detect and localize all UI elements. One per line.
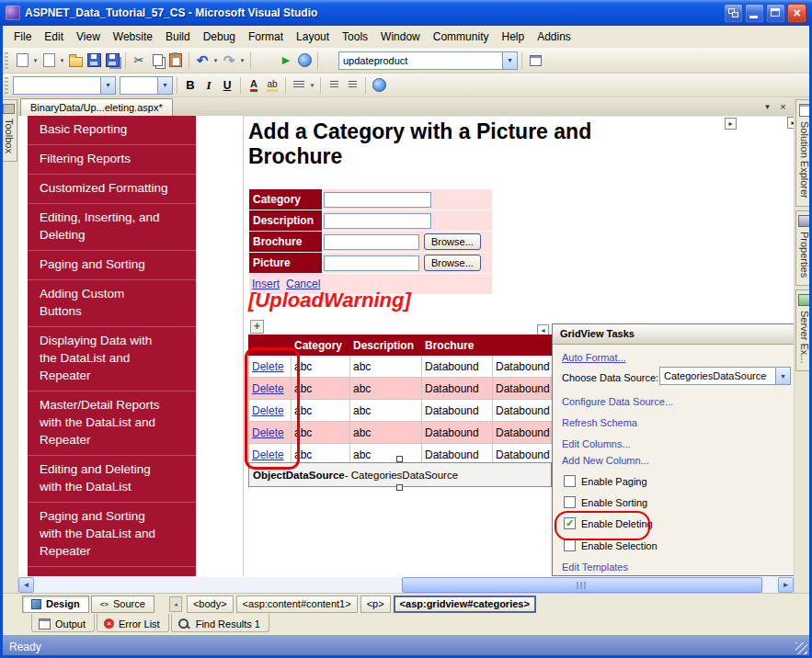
nav-item-adding-custom-buttons[interactable]: Adding Custom Buttons [28, 280, 196, 327]
design-surface[interactable]: Basic Reporting Filtering Reports Custom… [18, 116, 794, 576]
save-button[interactable] [85, 51, 103, 70]
tag-scroll-left-icon[interactable]: ◂ [169, 596, 182, 612]
objectdatasource-control[interactable]: ObjectDataSource - CategoriesDataSource [248, 462, 552, 487]
delete-link[interactable]: Delete [252, 360, 284, 373]
nav-item-basic-reporting[interactable]: Basic Reporting [28, 116, 196, 145]
delete-link[interactable]: Delete [252, 404, 284, 417]
toolbox-tab[interactable]: Toolbox [1, 99, 17, 162]
picture-browse-button[interactable]: Browse... [424, 255, 481, 271]
highlight-button[interactable]: ab [263, 76, 281, 95]
properties-tab[interactable]: Properties [795, 210, 812, 286]
choose-data-source-combo[interactable]: CategoriesDataSource ▼ [659, 367, 791, 385]
datasource-resize-handle[interactable] [396, 484, 403, 491]
nav-item-paging-sorting-datalist[interactable]: Paging and Sorting with the DataList and… [28, 503, 196, 567]
enable-sorting-checkbox[interactable] [564, 496, 576, 508]
find-combo[interactable]: updateproduct ▼ [338, 51, 518, 70]
font-name-combo[interactable]: ▼ [13, 76, 116, 95]
picture-upload-input[interactable] [324, 255, 419, 271]
brochure-upload-input[interactable] [324, 234, 419, 250]
menu-item-build[interactable]: Build [159, 28, 197, 46]
bullet-list-button[interactable] [343, 76, 361, 95]
numbered-list-button[interactable] [325, 76, 343, 95]
placeholder-smart-tag-icon[interactable]: ▸ [787, 117, 794, 129]
italic-button[interactable]: I [200, 76, 218, 95]
bold-button[interactable]: B [181, 76, 200, 95]
nav-item-master-detail-datalist[interactable]: Master/Detail Reports with the DataList … [28, 391, 196, 456]
delete-link[interactable]: Delete [252, 382, 284, 395]
tab-error-list[interactable]: × Error List [97, 614, 169, 632]
alignment-dropdown-icon[interactable]: ▾ [308, 76, 316, 95]
nav-item-filtering-reports[interactable]: Filtering Reports [28, 145, 196, 175]
menu-item-window[interactable]: Window [374, 28, 427, 46]
title-bar[interactable]: ASPNET_Data_Tutorial_57_CS - Microsoft V… [0, 0, 812, 26]
paste-button[interactable] [166, 51, 185, 70]
underline-button[interactable]: U [218, 76, 236, 95]
brochure-browse-button[interactable]: Browse... [424, 233, 481, 250]
nav-item-paging-sorting[interactable]: Paging and Sorting [28, 251, 196, 280]
menu-item-file[interactable]: File [7, 28, 38, 46]
tab-source[interactable]: <> Source [91, 596, 154, 613]
maximize-button[interactable] [766, 4, 785, 23]
menu-item-edit[interactable]: Edit [38, 28, 70, 46]
edit-columns-link[interactable]: Edit Columns... [562, 438, 631, 449]
menu-item-addins[interactable]: Addins [531, 28, 578, 46]
add-new-column-link[interactable]: Add New Column... [562, 455, 649, 466]
tag-asp-content[interactable]: <asp:content#content1> [236, 596, 358, 613]
edit-templates-link[interactable]: Edit Templates [562, 562, 628, 573]
tag-body[interactable]: <body> [187, 596, 234, 613]
menu-item-debug[interactable]: Debug [197, 28, 242, 46]
other-windows-button[interactable] [526, 51, 544, 70]
save-all-button[interactable] [103, 51, 121, 70]
nav-item-custom-buttons-datalist[interactable]: Adding Custom Buttons to the DataList an… [28, 567, 196, 576]
font-size-dropdown-icon[interactable]: ▼ [157, 77, 172, 94]
enable-deleting-checkbox[interactable]: ✓ [564, 517, 576, 529]
cut-button[interactable]: ✂ [130, 51, 148, 70]
find-combo-dropdown-icon[interactable]: ▼ [502, 52, 517, 69]
redo-dropdown-icon[interactable]: ▾ [238, 51, 246, 70]
toolbar-grip[interactable] [5, 52, 8, 69]
window-dock-button[interactable] [724, 4, 743, 23]
close-document-icon[interactable]: × [776, 100, 790, 114]
active-files-dropdown-icon[interactable]: ▾ [761, 100, 774, 114]
enable-paging-checkbox[interactable] [564, 475, 576, 487]
resize-grip[interactable] [795, 642, 807, 654]
menu-item-layout[interactable]: Layout [290, 28, 336, 46]
tab-find-results[interactable]: Find Results 1 [171, 614, 269, 632]
menu-item-view[interactable]: View [70, 28, 107, 46]
font-name-dropdown-icon[interactable]: ▼ [100, 77, 115, 94]
nav-item-displaying-datalist-repeater[interactable]: Displaying Data with the DataList and Re… [28, 327, 196, 391]
alignment-button[interactable] [290, 76, 308, 95]
delete-link[interactable]: Delete [252, 448, 284, 461]
font-size-combo[interactable]: ▼ [120, 76, 173, 95]
open-file-button[interactable] [66, 51, 85, 70]
gridview-move-handle-icon[interactable]: + [250, 320, 264, 334]
copy-button[interactable] [148, 51, 166, 70]
scroll-right-icon[interactable]: ► [778, 577, 794, 593]
new-website-button[interactable] [13, 51, 31, 70]
server-explorer-tab[interactable]: Server Ex... [795, 289, 812, 371]
scrollbar-thumb[interactable] [402, 577, 762, 593]
toolbar-grip[interactable] [5, 77, 8, 94]
close-button[interactable]: × [787, 4, 806, 23]
delete-link[interactable]: Delete [252, 426, 284, 439]
enable-selection-checkbox[interactable] [564, 539, 576, 551]
font-color-button[interactable]: A [245, 76, 263, 95]
redo-button[interactable]: ↷ [220, 51, 238, 70]
start-debug-button[interactable]: ▶ [277, 51, 295, 70]
undo-dropdown-icon[interactable]: ▾ [212, 51, 220, 70]
configure-data-source-link[interactable]: Configure Data Source... [562, 396, 673, 407]
menu-item-format[interactable]: Format [242, 28, 290, 46]
new-website-dropdown-icon[interactable]: ▾ [31, 51, 40, 70]
nav-item-editing-deleting-datalist[interactable]: Editing and Deleting with the DataList [28, 456, 196, 503]
undo-button[interactable]: ↶ [193, 51, 212, 70]
tab-design[interactable]: Design [22, 596, 89, 613]
tag-asp-gridview[interactable]: <asp:gridview#categories> [394, 596, 536, 613]
auto-format-link[interactable]: Auto Format... [562, 352, 626, 363]
hyperlink-button[interactable] [370, 76, 388, 95]
browse-with-button[interactable] [295, 51, 314, 70]
tab-output[interactable]: Output [31, 614, 95, 632]
category-input[interactable] [324, 192, 431, 208]
gridview-resize-handle[interactable] [396, 456, 403, 462]
document-tab[interactable]: BinaryData/Up...eleting.aspx* [20, 98, 173, 116]
minimize-button[interactable] [745, 4, 764, 23]
